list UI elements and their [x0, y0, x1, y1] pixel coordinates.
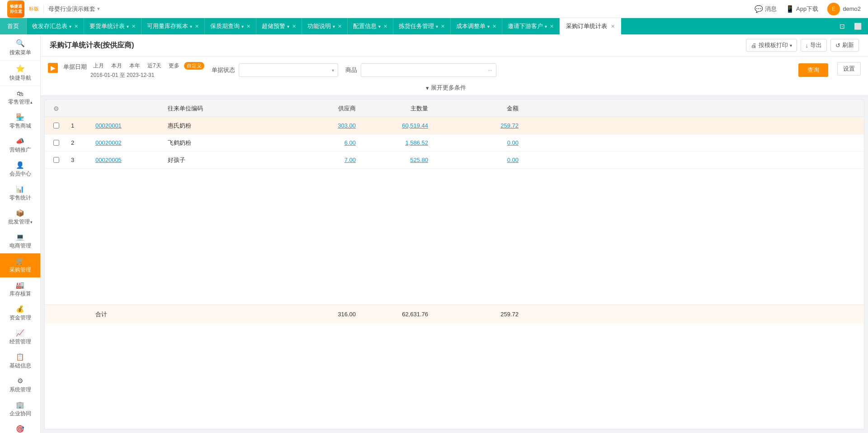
sidebar-item-yingxiao[interactable]: 📣 营销推广 — [0, 133, 40, 157]
custom-date-badge: 自定义 — [184, 62, 204, 70]
refresh-icon: ↺ — [835, 42, 840, 49]
date-range-display: 2016-01-01 至 2023-12-31 — [90, 71, 204, 79]
row-amount-3[interactable]: 525.80 — [361, 157, 434, 163]
row-checkbox-1[interactable] — [53, 123, 59, 128]
business-icon: 📈 — [16, 329, 24, 337]
sidebar-item-lingshoul[interactable]: 🛍 零售管理 ▴ — [0, 86, 40, 109]
date-shortcut-last-month[interactable]: 上月 — [90, 61, 107, 71]
tab-shoufacun[interactable]: 收发存汇总表▾✕ — [27, 18, 84, 34]
date-shortcut-this-year[interactable]: 本年 — [127, 61, 143, 71]
status-select[interactable]: ▾ — [239, 63, 338, 77]
search-icon: 🔍 — [16, 39, 25, 48]
print-btn[interactable]: 🖨 按模板打印 ▾ — [746, 39, 797, 52]
export-icon: ↓ — [806, 42, 809, 49]
retail-mgmt-icon: 🛍 — [17, 90, 24, 97]
tab-kuyong[interactable]: 可用量库存账本▾✕ — [142, 18, 205, 34]
table-row: 3 00020005 好孩子 7.00 525.80 0.00 — [45, 152, 864, 169]
sidebar-item-dianshang[interactable]: 💻 电商管理 — [0, 229, 40, 253]
app-download-btn[interactable]: 📱 App下载 — [786, 5, 818, 13]
table-header: ⚙ 往来单位编码 供应商 主数量 金额 — [45, 100, 864, 117]
tab-caigou-active[interactable]: 采购订单统计表 ✕ — [560, 18, 621, 34]
row-code-1[interactable]: 00020001 — [90, 122, 162, 129]
tab-chengben[interactable]: 成本调整单▾✕ — [451, 18, 502, 34]
collapse-filter-btn[interactable]: ▶ — [48, 63, 58, 73]
nav-icon: ⭐ — [16, 64, 25, 73]
tab-close-jianhuo[interactable]: ✕ — [441, 24, 445, 29]
col-header-amount: 主数量 — [361, 105, 434, 113]
query-button[interactable]: 查询 — [798, 63, 828, 77]
settings-button[interactable]: 设置 — [837, 62, 861, 76]
row-checkbox-2[interactable] — [53, 140, 59, 146]
basic-info-icon: 📋 — [16, 353, 24, 361]
tab-close-baozhiqi[interactable]: ✕ — [246, 24, 250, 29]
sidebar-item-huiyuan[interactable]: 👤 会员中心 — [0, 157, 40, 181]
expand-more-btn[interactable]: ▾ 展开更多条件 — [63, 81, 828, 93]
tab-chaochuyujing[interactable]: 超储预警▾✕ — [256, 18, 302, 34]
tab-jianhuo[interactable]: 拣货任务管理▾✕ — [393, 18, 451, 34]
row-code-3[interactable]: 00020005 — [90, 157, 162, 163]
row-checkbox-3[interactable] — [53, 157, 59, 163]
window-restore-btn[interactable]: ⊡ — [837, 22, 848, 31]
goods-input[interactable]: ··· — [361, 63, 496, 77]
row-num-1: 1 — [67, 122, 90, 129]
row-paid-3[interactable]: 0.00 — [434, 157, 524, 163]
row-paid-2[interactable]: 0.00 — [434, 139, 524, 146]
sidebar-item-pifa[interactable]: 📦 批发管理 ▾ — [0, 205, 40, 229]
row-paid-1[interactable]: 259.72 — [434, 122, 524, 129]
sidebar-item-lingshous[interactable]: 🏪 零售商城 — [0, 109, 40, 133]
sidebar-item-xitong[interactable]: ⚙ 系统管理 — [0, 373, 40, 397]
workspace-selector[interactable]: 母婴行业演示账套 ▾ — [48, 5, 100, 13]
row-code-2[interactable]: 00020002 — [90, 139, 162, 146]
tab-close-peizhi[interactable]: ✕ — [383, 24, 387, 29]
date-shortcut-7days[interactable]: 近7天 — [145, 61, 164, 71]
tab-gongneng[interactable]: 功能说明▾✕ — [302, 18, 348, 34]
window-maximize-btn[interactable]: ⬜ — [851, 22, 864, 31]
row-supplier-2: 飞鹤奶粉 — [162, 139, 289, 147]
row-qty-3[interactable]: 7.00 — [289, 157, 361, 163]
footer-paid: 259.72 — [434, 311, 524, 318]
user-avatar[interactable]: E demo2 — [827, 3, 861, 15]
export-btn[interactable]: ↓ 导出 — [801, 39, 827, 52]
sidebar-item-lingshout[interactable]: 📊 零售统计 — [0, 181, 40, 205]
date-label: 单据日期 — [63, 63, 87, 71]
refresh-btn[interactable]: ↺ 刷新 — [830, 39, 859, 52]
footer-label: 合计 — [90, 310, 162, 319]
tab-close-yaoqing[interactable]: ✕ — [550, 24, 554, 29]
sidebar-item-jingying[interactable]: 📈 经营管理 — [0, 325, 40, 349]
tab-yaoqing[interactable]: 邀请下游客户▾✕ — [502, 18, 560, 34]
sidebar-item-jichu[interactable]: 📋 基础信息 — [0, 349, 40, 373]
date-shortcut-more[interactable]: 更多 — [166, 61, 182, 71]
row-amount-2[interactable]: 1,586.52 — [361, 139, 434, 146]
tab-baozhiqi[interactable]: 保质期查询▾✕ — [205, 18, 256, 34]
sidebar-item-xinshou[interactable]: 🎯 新手引导 — [0, 421, 40, 433]
col-header-qty: 供应商 — [289, 105, 361, 113]
tab-yaohuo[interactable]: 要货单统计表▾✕ — [84, 18, 142, 34]
print-dropdown-icon: ▾ — [790, 43, 792, 48]
date-shortcut-this-month[interactable]: 本月 — [108, 61, 125, 71]
download-icon: 📱 — [786, 5, 794, 13]
tab-close-chengben[interactable]: ✕ — [492, 24, 496, 29]
footer-amount: 62,631.76 — [361, 311, 434, 318]
sidebar-item-qiye[interactable]: 🏢 企业协同 — [0, 397, 40, 421]
sidebar-item-caigou[interactable]: 🛒 采购管理 — [0, 253, 40, 277]
message-btn[interactable]: 💬 消息 — [755, 5, 777, 13]
row-qty-2[interactable]: 6.00 — [289, 139, 361, 146]
sidebar-search[interactable]: 🔍 搜索菜单 — [0, 34, 40, 61]
col-header-paid: 金额 — [434, 105, 524, 113]
tab-home[interactable]: 首页 — [0, 18, 27, 34]
sidebar-item-kucun[interactable]: 🏭 库存核算 — [0, 277, 40, 301]
row-amount-1[interactable]: 60,519.44 — [361, 122, 434, 129]
tab-close-yaohuo[interactable]: ✕ — [132, 24, 136, 29]
member-icon: 👤 — [16, 161, 24, 169]
tab-peizhi[interactable]: 配置信息▾✕ — [348, 18, 393, 34]
sidebar-item-zijin[interactable]: 💰 资金管理 — [0, 301, 40, 325]
sidebar-quicknav[interactable]: ⭐ 快捷导航 — [0, 61, 40, 86]
tab-close-kuyong[interactable]: ✕ — [195, 24, 199, 29]
tab-close-gongneng[interactable]: ✕ — [338, 24, 342, 29]
tab-close-chaochuyujing[interactable]: ✕ — [292, 24, 296, 29]
table-row: 1 00020001 惠氏奶粉 303.00 60,519.44 259.72 — [45, 117, 864, 134]
tab-close-caigou[interactable]: ✕ — [611, 24, 615, 29]
row-qty-1[interactable]: 303.00 — [289, 122, 361, 129]
tab-close-shoufacun[interactable]: ✕ — [74, 24, 78, 29]
table-settings-icon[interactable]: ⚙ — [53, 105, 59, 112]
